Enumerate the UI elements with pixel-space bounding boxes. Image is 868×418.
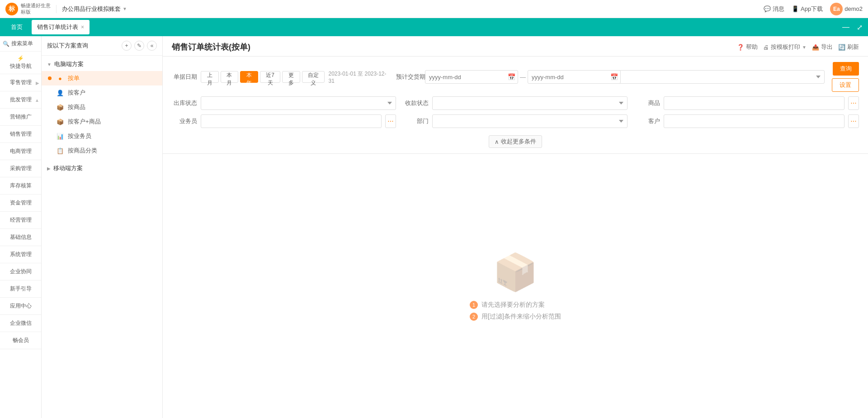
sidebar-quick-nav[interactable]: ⚡ 快捷导航 (0, 52, 41, 74)
tab-bar-left: 首页 销售订单统计表 × (4, 20, 90, 34)
workspace-selector[interactable]: 办公用品行业模拟账套 ▼ (56, 5, 127, 13)
sidebar-search-label: 搜索菜单 (11, 40, 33, 48)
sidebar-item-guide[interactable]: 新手引导 (0, 280, 41, 298)
empty-hint-2-text: 用[过滤]条件来缩小分析范围 (481, 313, 561, 321)
scheme-item-by-staff[interactable]: 📊 按业务员 (42, 129, 162, 143)
collapse-filters-button[interactable]: ∧ 收起更多条件 (489, 135, 542, 148)
left-panel: 按以下方案查询 + ✎ « ▼ 电脑端方案 ● 按单 (42, 36, 163, 418)
export-label: 导出 (821, 43, 833, 51)
sidebar-item-enterprise-label: 企业协同 (10, 268, 32, 276)
tab-bar-right: — ⤢ (840, 21, 864, 33)
filter-dept-select[interactable] (432, 114, 627, 128)
sidebar-item-basic-info[interactable]: 基础信息 (0, 229, 41, 246)
scheme-item-by-customer[interactable]: 👤 按客户 (42, 86, 162, 100)
expected-date-start-input[interactable] (425, 70, 518, 84)
tab-close-icon[interactable]: × (81, 24, 84, 30)
left-panel-header: 按以下方案查询 + ✎ « (42, 36, 162, 56)
logo-area: 标 畅捷通好生意 标版 (5, 3, 51, 15)
help-button[interactable]: ❓ 帮助 (737, 43, 758, 51)
sidebar-search[interactable]: 🔍 搜索菜单 (0, 36, 41, 52)
sidebar-item-purchase-label: 采购管理 (10, 165, 32, 172)
sidebar-item-wechat[interactable]: 企业微信 (0, 315, 41, 332)
period-btn-more[interactable]: 更多 (282, 71, 300, 83)
empty-state: 📦 1 请先选择要分析的方案 2 用[过滤]条件来缩小分析范围 (163, 154, 868, 418)
scheme-item-by-category[interactable]: 📋 按商品分类 (42, 143, 162, 158)
filter-goods-field: 商品 ··· (635, 96, 859, 110)
period-btn-7days[interactable]: 近7天 (260, 71, 281, 83)
sidebar-item-wholesale[interactable]: 批发管理 ▲ (0, 91, 41, 109)
sidebar-item-apps-label: 应用中心 (10, 302, 32, 310)
filter-collection-field: 收款状态 (403, 96, 627, 110)
refresh-icon: 🔄 (838, 44, 845, 51)
sidebar-item-sales[interactable]: 销售管理 (0, 126, 41, 143)
app-download-button[interactable]: 📱 App下载 (792, 5, 823, 13)
scheme-group-mobile-label: 移动端方案 (53, 164, 83, 172)
period-btn-last-month[interactable]: 上月 (201, 71, 219, 83)
scheme-group-pc[interactable]: ▼ 电脑端方案 (42, 57, 162, 71)
left-panel-title: 按以下方案查询 (47, 42, 88, 50)
user-profile[interactable]: Ea demo2 (830, 3, 863, 15)
content-area: 按以下方案查询 + ✎ « ▼ 电脑端方案 ● 按单 (42, 36, 868, 418)
collapse-panel-button[interactable]: « (147, 41, 157, 51)
scheme-group-mobile[interactable]: ▶ 移动端方案 (42, 162, 162, 175)
filter-customer-label: 客户 (635, 117, 660, 125)
sidebar-item-system[interactable]: 系统管理 (0, 246, 41, 263)
search-icon: 🔍 (3, 41, 9, 47)
filter-goods-input[interactable] (664, 96, 844, 110)
edit-scheme-button[interactable]: ✎ (134, 41, 144, 51)
customer-more-button[interactable]: ··· (848, 114, 859, 128)
sidebar-item-purchase[interactable]: 采购管理 (0, 160, 41, 177)
sidebar-item-marketing[interactable]: 营销推广 (0, 109, 41, 126)
minimize-icon[interactable]: — (840, 21, 851, 33)
filter-dept-label: 部门 (403, 117, 429, 125)
filter-out-status-field: 出库状态 (172, 96, 396, 110)
tab-home-label: 首页 (11, 23, 23, 31)
collapse-row: ∧ 收起更多条件 (172, 133, 859, 148)
sidebar-item-vip[interactable]: 畅会员 (0, 332, 41, 349)
filter-collection-select[interactable] (432, 96, 627, 110)
sidebar-item-enterprise[interactable]: 企业协同 (0, 263, 41, 280)
filter-out-status-label: 出库状态 (172, 99, 197, 107)
scheme-item-by-customer-goods[interactable]: 📦 按客户+商品 (42, 114, 162, 129)
empty-hints: 1 请先选择要分析的方案 2 用[过滤]条件来缩小分析范围 (470, 301, 561, 321)
tab-home[interactable]: 首页 (4, 20, 30, 34)
period-btn-custom[interactable]: 自定义 (302, 71, 325, 83)
goods-more-button[interactable]: ··· (848, 96, 859, 110)
sidebar-item-vip-label: 畅会员 (13, 337, 29, 344)
filter-out-status-select[interactable] (201, 96, 396, 110)
collapse-icon: ∧ (495, 138, 499, 145)
settings-button[interactable]: 设置 (832, 78, 859, 92)
expected-date-end-input[interactable] (528, 70, 621, 84)
maximize-icon[interactable]: ⤢ (855, 21, 864, 33)
sidebar-item-retail[interactable]: 零售管理 ▶ (0, 74, 41, 91)
filter-customer-input[interactable] (664, 114, 844, 128)
period-btn-this-month[interactable]: 本月 (221, 71, 239, 83)
sidebar-item-inventory[interactable]: 库存核算 (0, 177, 41, 195)
avatar: Ea (830, 3, 843, 15)
print-label: 按模板打印 (771, 43, 800, 51)
staff-more-button[interactable]: ··· (385, 114, 396, 128)
filter-staff-field: 业务员 ··· (172, 114, 396, 128)
filter-status-select[interactable] (613, 70, 825, 84)
print-button[interactable]: 🖨 按模板打印 ▼ (763, 43, 807, 51)
filter-row-1: 单据日期 上月 本月 本年 近7天 更多 自定义 2023-01-01 至 20… (172, 62, 859, 92)
add-scheme-button[interactable]: + (122, 41, 132, 51)
sidebar-item-apps[interactable]: 应用中心 (0, 298, 41, 315)
hint-num-2: 2 (470, 313, 478, 321)
sidebar-item-basic-info-label: 基础信息 (10, 233, 32, 241)
message-button[interactable]: 💬 消息 (764, 5, 784, 13)
tab-sales-order[interactable]: 销售订单统计表 × (32, 20, 90, 34)
sidebar-item-finance[interactable]: 资金管理 (0, 195, 41, 212)
sidebar-item-wechat-label: 企业微信 (10, 319, 32, 327)
refresh-button[interactable]: 🔄 刷新 (838, 43, 859, 51)
period-btn-this-year[interactable]: 本年 (240, 71, 258, 83)
filter-collection-label: 收款状态 (403, 99, 429, 107)
filter-staff-input[interactable] (201, 114, 382, 128)
query-button[interactable]: 查询 (833, 62, 859, 76)
export-button[interactable]: 📤 导出 (812, 43, 833, 51)
scheme-item-by-goods-label: 按商品 (68, 103, 85, 111)
scheme-item-by-goods[interactable]: 📦 按商品 (42, 100, 162, 114)
scheme-item-by-order[interactable]: ● 按单 (42, 71, 162, 86)
sidebar-item-ecommerce[interactable]: 电商管理 (0, 143, 41, 160)
sidebar-item-operations[interactable]: 经营管理 (0, 212, 41, 229)
